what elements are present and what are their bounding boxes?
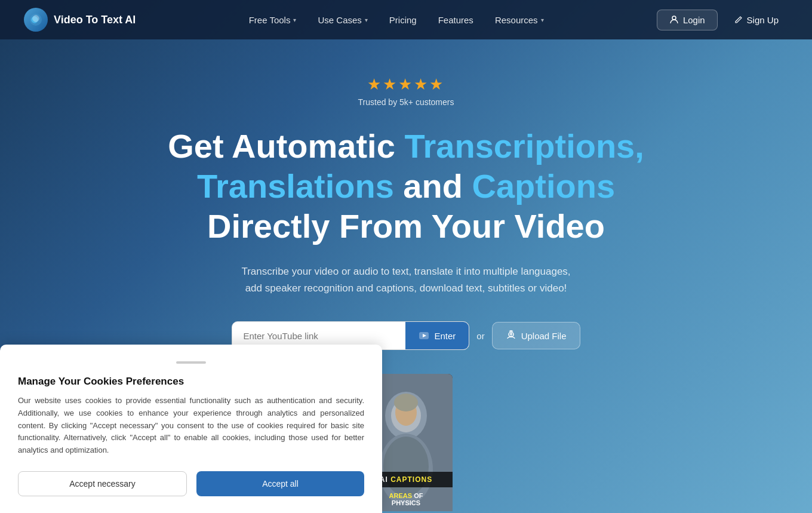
heading-blue1: Transcriptions, [404, 127, 644, 165]
cookie-title: Manage Your Cookies Preferences [18, 376, 364, 388]
logo-icon [24, 8, 48, 32]
hero-subtext: Transcribe your video or audio to text, … [239, 263, 573, 298]
brand-name: Video To Text AI [54, 14, 136, 26]
signup-button[interactable]: Sign Up [725, 10, 788, 30]
cookie-body: Our website uses cookies to provide esse… [18, 395, 364, 457]
nav-item-features[interactable]: Features [438, 15, 473, 25]
cookie-buttons: Accept necessary Accept all [18, 471, 364, 496]
areas-label: AREAS [389, 492, 413, 499]
navbar: Video To Text AI Free Tools ▾ Use Cases … [0, 0, 812, 39]
trusted-text: Trusted by 5k+ customers [358, 97, 454, 107]
nav-links: Free Tools ▾ Use Cases ▾ Pricing Feature… [249, 15, 544, 25]
enter-button[interactable]: Enter [405, 322, 469, 349]
physics-label: PHYSICS [392, 499, 420, 506]
heading-blue2: Translations [197, 167, 394, 205]
login-button[interactable]: Login [657, 10, 718, 30]
nav-logo[interactable]: Video To Text AI [24, 8, 136, 32]
svg-point-11 [383, 437, 429, 496]
upload-file-button[interactable]: Upload File [492, 322, 580, 349]
svg-point-9 [394, 394, 418, 411]
heading-middle: and [394, 167, 472, 205]
heading-blue3: Captions [472, 167, 616, 205]
chevron-down-icon: ▾ [293, 17, 296, 23]
cookie-banner: Manage Your Cookies Preferences Our webs… [0, 345, 382, 513]
nav-item-pricing[interactable]: Pricing [389, 15, 417, 25]
pen-icon [734, 16, 743, 24]
drag-handle[interactable] [176, 361, 206, 364]
nav-item-use-cases[interactable]: Use Cases ▾ [318, 15, 367, 25]
captions-yellow: CAPTIONS [390, 475, 432, 484]
of-label: OF [414, 492, 423, 499]
stars-row: ★★★★★ Trusted by 5k+ customers [12, 75, 800, 107]
or-separator: or [476, 331, 484, 341]
hero-heading: Get Automatic Transcriptions, Translatio… [12, 126, 800, 247]
nav-item-free-tools[interactable]: Free Tools ▾ [249, 15, 297, 25]
upload-icon [506, 330, 516, 341]
nav-actions: Login Sign Up [657, 10, 788, 30]
chevron-down-icon: ▾ [541, 17, 544, 23]
heading-start: Get Automatic [168, 127, 404, 165]
youtube-icon [419, 330, 429, 341]
accept-necessary-button[interactable]: Accept necessary [18, 471, 187, 496]
nav-item-resources[interactable]: Resources ▾ [495, 15, 544, 25]
login-icon [669, 15, 679, 24]
heading-end: Directly From Your Video [207, 207, 605, 245]
svg-point-1 [672, 16, 676, 20]
star-rating: ★★★★★ [367, 75, 445, 94]
chevron-down-icon: ▾ [365, 17, 368, 23]
accept-all-button[interactable]: Accept all [196, 471, 364, 496]
